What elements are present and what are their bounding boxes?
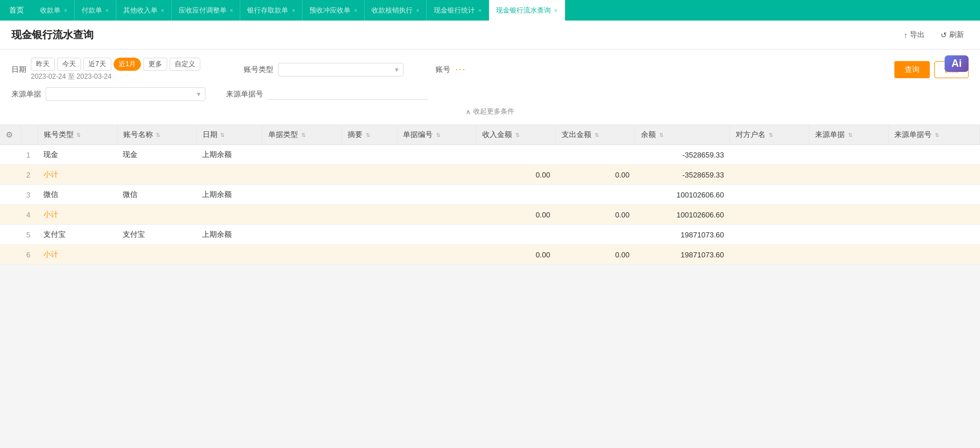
table-container: ⚙ 账号类型 ⇅ 账号名称 ⇅ 日期 ⇅ 单据类型 ⇅ 摘要 ⇅ 单据编号 ⇅ … xyxy=(0,125,980,265)
tab-close-icon[interactable]: × xyxy=(354,7,357,14)
table-cell xyxy=(729,225,809,245)
nav-tab-yushou[interactable]: 预收冲应收单 × xyxy=(303,0,365,21)
collapse-bar[interactable]: ∧ 收起更多条件 xyxy=(11,107,969,116)
th-account-type[interactable]: 账号类型 ⇅ xyxy=(38,125,117,145)
date-range-display: 2023-02-24 至 2023-03-24 xyxy=(31,72,200,82)
th-doc-no[interactable]: 单据编号 ⇅ xyxy=(397,125,477,145)
table-cell: 微信 xyxy=(117,185,196,205)
nav-tab-shoukuan[interactable]: 收款单 × xyxy=(33,0,75,21)
table-cell xyxy=(729,145,809,165)
table-cell xyxy=(477,145,556,165)
table-cell xyxy=(263,165,342,185)
table-row[interactable]: 4小计0.000.00100102606.60 xyxy=(0,205,980,225)
tab-close-icon[interactable]: × xyxy=(106,7,109,14)
th-balance[interactable]: 余额 ⇅ xyxy=(635,125,730,145)
table-cell xyxy=(342,165,397,185)
table-row[interactable]: 6小计0.000.0019871073.60 xyxy=(0,245,980,265)
table-cell: 3 xyxy=(21,185,38,205)
table-row[interactable]: 3微信微信上期余额100102606.60 xyxy=(0,185,980,205)
th-expense[interactable]: 支出金额 ⇅ xyxy=(556,125,635,145)
date-btn-1month[interactable]: 近1月 xyxy=(114,58,142,71)
source-doc-label: 来源单据 xyxy=(11,89,41,99)
table-cell xyxy=(556,225,635,245)
query-button[interactable]: 查询 xyxy=(894,61,930,78)
tab-close-icon[interactable]: × xyxy=(230,7,233,14)
tab-close-icon[interactable]: × xyxy=(292,7,295,14)
gear-icon[interactable]: ⚙ xyxy=(6,130,13,139)
table-cell xyxy=(196,245,263,265)
export-icon: ↑ xyxy=(904,31,908,39)
th-summary[interactable]: 摘要 ⇅ xyxy=(342,125,397,145)
filter-row-1: 日期 昨天 今天 近7天 近1月 更多 自定义 2023-02-24 至 202… xyxy=(11,58,969,82)
nav-tab-hexiao[interactable]: 收款核销执行 × xyxy=(365,0,427,21)
tab-close-icon[interactable]: × xyxy=(416,7,420,14)
source-doc-no-label: 来源单据号 xyxy=(226,89,263,99)
chevron-down-icon: ▾ xyxy=(197,90,200,98)
table-cell xyxy=(117,245,196,265)
date-btn-yesterday[interactable]: 昨天 xyxy=(31,58,55,71)
th-source-doc[interactable]: 来源单据 ⇅ xyxy=(809,125,889,145)
nav-tab-tongji[interactable]: 现金银行统计 × xyxy=(427,0,489,21)
nav-tab-liushui[interactable]: 现金银行流水查询 × xyxy=(489,0,565,21)
table-cell xyxy=(889,225,980,245)
table-cell xyxy=(477,225,556,245)
table-cell: 微信 xyxy=(38,185,117,205)
tab-close-icon[interactable]: × xyxy=(64,7,67,14)
table-cell xyxy=(809,205,889,225)
table-cell xyxy=(889,145,980,165)
refresh-button[interactable]: ↺ 刷新 xyxy=(936,27,969,42)
table-cell xyxy=(729,245,809,265)
table-cell: -3528659.33 xyxy=(635,145,730,165)
th-doc-type[interactable]: 单据类型 ⇅ xyxy=(263,125,342,145)
nav-home[interactable]: 首页 xyxy=(0,0,33,21)
source-doc-no-input[interactable] xyxy=(268,89,428,100)
table-cell xyxy=(397,225,477,245)
date-btn-more[interactable]: 更多 xyxy=(143,58,167,71)
date-btn-today[interactable]: 今天 xyxy=(57,58,81,71)
table-cell: 0.00 xyxy=(556,245,635,265)
table-cell xyxy=(397,205,477,225)
th-counterparty[interactable]: 对方户名 ⇅ xyxy=(729,125,809,145)
table-cell xyxy=(263,205,342,225)
table-row[interactable]: 2小计0.000.00-3528659.33 xyxy=(0,165,980,185)
data-table: ⚙ 账号类型 ⇅ 账号名称 ⇅ 日期 ⇅ 单据类型 ⇅ 摘要 ⇅ 单据编号 ⇅ … xyxy=(0,125,980,265)
table-body: 1现金现金上期余额-3528659.332小计0.000.00-3528659.… xyxy=(0,145,980,265)
table-cell: 小计 xyxy=(38,165,117,185)
nav-tab-fukuan[interactable]: 付款单 × xyxy=(75,0,116,21)
table-cell xyxy=(397,145,477,165)
table-cell: 19871073.60 xyxy=(635,225,730,245)
tab-close-icon[interactable]: × xyxy=(478,7,482,14)
page-header: 现金银行流水查询 ↑ 导出 ↺ 刷新 xyxy=(0,21,980,50)
table-cell xyxy=(809,165,889,185)
tab-close-icon[interactable]: × xyxy=(161,7,164,14)
table-cell: 100102606.60 xyxy=(635,185,730,205)
table-row[interactable]: 1现金现金上期余额-3528659.33 xyxy=(0,145,980,165)
table-cell xyxy=(809,245,889,265)
export-button[interactable]: ↑ 导出 xyxy=(900,27,930,42)
date-btn-7days[interactable]: 近7天 xyxy=(83,58,111,71)
table-cell: 1 xyxy=(21,145,38,165)
th-source-doc-no[interactable]: 来源单据号 ⇅ xyxy=(889,125,980,145)
table-cell: 4 xyxy=(21,205,38,225)
source-doc-select[interactable]: ▾ xyxy=(46,87,205,101)
nav-tab-qita[interactable]: 其他收入单 × xyxy=(116,0,172,21)
table-cell xyxy=(889,165,980,185)
date-buttons: 昨天 今天 近7天 近1月 更多 自定义 xyxy=(31,58,200,71)
table-cell xyxy=(196,165,263,185)
nav-tab-yinhang[interactable]: 银行存取款单 × xyxy=(240,0,303,21)
account-type-select[interactable]: ▾ xyxy=(278,63,404,76)
tab-close-icon[interactable]: × xyxy=(554,7,558,14)
th-income[interactable]: 收入金额 ⇅ xyxy=(477,125,556,145)
th-account-name[interactable]: 账号名称 ⇅ xyxy=(117,125,196,145)
date-btn-custom[interactable]: 自定义 xyxy=(170,58,200,71)
table-cell: 0.00 xyxy=(477,165,556,185)
more-dots[interactable]: ··· xyxy=(455,64,466,75)
th-date[interactable]: 日期 ⇅ xyxy=(196,125,263,145)
source-doc-no-filter: 来源单据号 xyxy=(226,89,428,100)
table-cell xyxy=(263,145,342,165)
table-cell xyxy=(556,185,635,205)
table-row[interactable]: 5支付宝支付宝上期余额19871073.60 xyxy=(0,225,980,245)
nav-tab-yingshou[interactable]: 应收应付调整单 × xyxy=(172,0,241,21)
ai-badge[interactable]: Ai xyxy=(945,55,969,72)
table-cell xyxy=(0,145,21,165)
